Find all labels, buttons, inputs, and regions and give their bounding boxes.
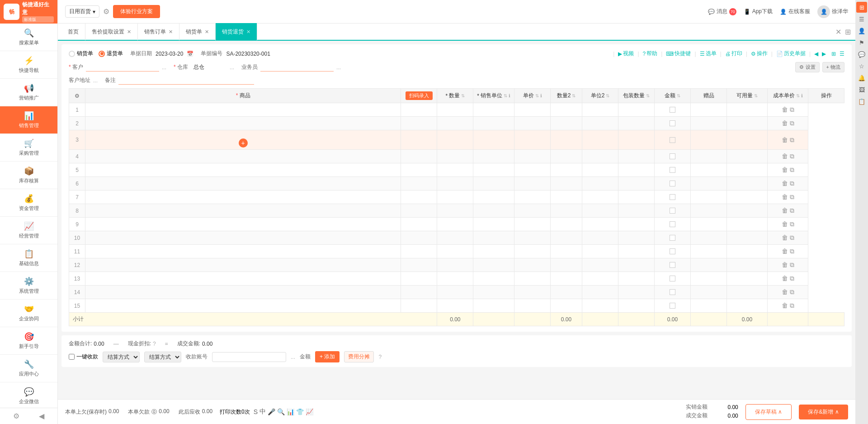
- avail-cell-5[interactable]: [691, 163, 727, 177]
- unit-cell-1[interactable]: [437, 103, 473, 117]
- unit-cell-13[interactable]: [437, 272, 473, 286]
- unit2-input-5[interactable]: [553, 167, 579, 173]
- price-sort-icon[interactable]: ⇅: [535, 93, 539, 98]
- delete-icon-15[interactable]: 🗑: [782, 302, 788, 310]
- sidebar-item-newbie[interactable]: 🎯新手引导: [0, 327, 57, 355]
- qty-input-13[interactable]: [404, 276, 434, 282]
- cost-cell-7[interactable]: [727, 191, 768, 204]
- arrow-right-icon[interactable]: ▶: [822, 51, 826, 57]
- unit-input-13[interactable]: [440, 276, 470, 282]
- product-cell-8[interactable]: [85, 204, 401, 218]
- cost-input-8[interactable]: [730, 208, 764, 214]
- pkg-cell-10[interactable]: [582, 231, 618, 245]
- amount-input-6[interactable]: [621, 181, 651, 187]
- gift-cell-14[interactable]: [655, 286, 691, 299]
- gift-cell-13[interactable]: [655, 272, 691, 286]
- unit2-input-2[interactable]: [553, 120, 579, 127]
- avail-input-15[interactable]: [693, 303, 724, 309]
- unit2-input-10[interactable]: [553, 235, 579, 241]
- tool-search-icon[interactable]: 🔍: [277, 408, 285, 415]
- unit2-input-11[interactable]: [553, 248, 579, 255]
- address-dots[interactable]: ...: [93, 77, 98, 84]
- unit2-input-12[interactable]: [553, 262, 579, 268]
- account-dots[interactable]: ...: [291, 354, 295, 360]
- sidebar-collapse-icon[interactable]: ◀: [39, 412, 44, 420]
- industry-dropdown[interactable]: 日用百货 ▾: [65, 5, 99, 18]
- gift-checkbox-14[interactable]: [670, 289, 675, 295]
- pkg-input-1[interactable]: [585, 107, 615, 113]
- cost-cell-8[interactable]: [727, 204, 768, 218]
- qty2-input-3[interactable]: [517, 137, 547, 143]
- gift-checkbox-9[interactable]: [670, 221, 675, 227]
- gift-checkbox-15[interactable]: [670, 303, 675, 309]
- tab-sales-return[interactable]: 销货退货✕: [216, 23, 257, 40]
- price-cell-5[interactable]: [473, 163, 514, 177]
- action-history[interactable]: 📄 历史单据: [776, 50, 806, 57]
- product-cell-10[interactable]: [85, 231, 401, 245]
- price-cell-9[interactable]: [473, 218, 514, 231]
- qty-cell-8[interactable]: [401, 204, 437, 218]
- product-cell-12[interactable]: [85, 258, 401, 272]
- price-input-3[interactable]: [476, 137, 511, 143]
- pkg-cell-7[interactable]: [582, 191, 618, 204]
- pkg-input-4[interactable]: [585, 153, 615, 160]
- right-panel-user-icon[interactable]: 👤: [856, 25, 867, 36]
- qty2-input-13[interactable]: [517, 276, 547, 282]
- avail-cell-15[interactable]: [691, 299, 727, 313]
- pkg-cell-9[interactable]: [582, 218, 618, 231]
- cost-cell-2[interactable]: [727, 117, 768, 130]
- product-cell-14[interactable]: [85, 286, 401, 299]
- qty2-input-5[interactable]: [517, 167, 547, 173]
- cost-input-10[interactable]: [730, 235, 764, 241]
- delete-icon-10[interactable]: 🗑: [782, 234, 788, 242]
- unit-cell-5[interactable]: [437, 163, 473, 177]
- qty-cell-1[interactable]: [401, 103, 437, 117]
- copy-icon-1[interactable]: ⧉: [790, 106, 794, 114]
- right-panel-bell-icon[interactable]: 🔔: [856, 72, 867, 83]
- amount-input-15[interactable]: [621, 303, 651, 309]
- gift-checkbox-2[interactable]: [670, 120, 675, 126]
- pkg-cell-15[interactable]: [582, 299, 618, 313]
- qty2-input-15[interactable]: [517, 303, 547, 309]
- unit2-cell-14[interactable]: [551, 286, 582, 299]
- sidebar-item-purchase[interactable]: 🛒采购管理: [0, 134, 57, 162]
- amount-cell-8[interactable]: [618, 204, 655, 218]
- pkg-input-10[interactable]: [585, 235, 615, 241]
- cost-input-11[interactable]: [730, 248, 764, 255]
- qty2-cell-7[interactable]: [514, 191, 551, 204]
- cost-cell-5[interactable]: [727, 163, 768, 177]
- avail-input-1[interactable]: [693, 107, 724, 113]
- price-cell-13[interactable]: [473, 272, 514, 286]
- price-input-9[interactable]: [476, 221, 511, 228]
- qty2-cell-14[interactable]: [514, 286, 551, 299]
- unit2-input-3[interactable]: [553, 137, 579, 143]
- qty2-cell-3[interactable]: [514, 130, 551, 150]
- unit-sort-icon[interactable]: ⇅: [504, 93, 507, 98]
- unit-input-14[interactable]: [440, 289, 470, 295]
- qty-cell-13[interactable]: [401, 272, 437, 286]
- cost-input-4[interactable]: [730, 153, 764, 160]
- product-cell-3[interactable]: +: [85, 130, 401, 150]
- tool-shirt-icon[interactable]: 👕: [296, 408, 304, 415]
- amount-cell-5[interactable]: [618, 163, 655, 177]
- unit-input-7[interactable]: [440, 194, 470, 200]
- amount-cell-3[interactable]: [618, 130, 655, 150]
- copy-icon-7[interactable]: ⧉: [790, 193, 794, 201]
- cost-info-icon[interactable]: ℹ: [801, 93, 803, 98]
- gift-cell-1[interactable]: [655, 103, 691, 117]
- setting-btn[interactable]: ⚙ 设置: [795, 62, 819, 72]
- copy-icon-14[interactable]: ⧉: [790, 288, 794, 296]
- sidebar-item-basic[interactable]: 📋基础信息: [0, 244, 57, 272]
- expense-btn[interactable]: 费用分摊: [344, 351, 374, 362]
- cost-input-3[interactable]: [730, 137, 764, 143]
- price-input-4[interactable]: [476, 153, 511, 160]
- price-input-6[interactable]: [476, 181, 511, 187]
- unit-cell-9[interactable]: [437, 218, 473, 231]
- right-panel-photo-icon[interactable]: 🖼: [856, 84, 867, 95]
- unit2-cell-13[interactable]: [551, 272, 582, 286]
- salesperson-dots[interactable]: ...: [336, 64, 341, 71]
- topbar-gear-icon[interactable]: ⚙: [103, 7, 109, 16]
- copy-icon-8[interactable]: ⧉: [790, 207, 794, 214]
- qty-cell-15[interactable]: [401, 299, 437, 313]
- unit2-cell-8[interactable]: [551, 204, 582, 218]
